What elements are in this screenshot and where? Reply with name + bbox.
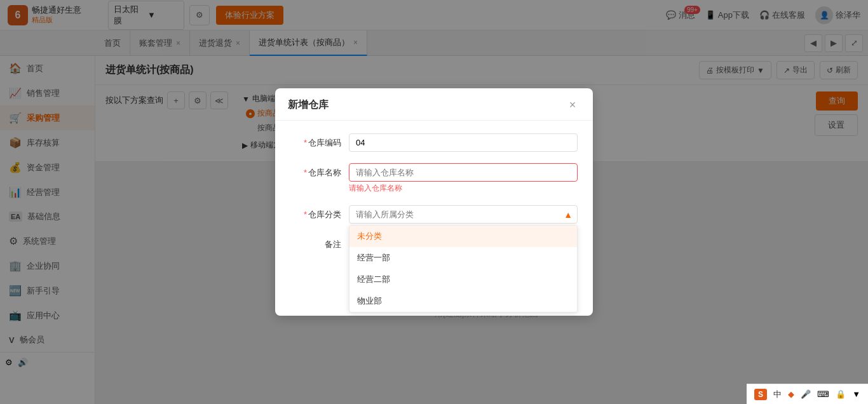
dropdown-item-label-0: 未分类 — [357, 231, 382, 241]
category-input[interactable] — [349, 205, 578, 224]
bottom-bar: S 中 ◆ 🎤 ⌨ 🔒 ▼ — [747, 384, 868, 404]
form-row-code: 仓库编码 — [290, 133, 578, 152]
name-error-msg: 请输入仓库名称 — [349, 183, 578, 194]
dot-icon: ◆ — [788, 389, 794, 399]
dropdown-item-label-2: 经营二部 — [357, 274, 390, 284]
modal-overlay[interactable]: 新增仓库 × 仓库编码 仓库名称 请输入仓库名称 — [0, 0, 868, 404]
category-input-wrap: ▲ — [349, 205, 578, 224]
name-label: 仓库名称 — [290, 163, 341, 178]
dropdown-item-0[interactable]: 未分类 — [349, 226, 577, 247]
close-icon: × — [569, 98, 576, 112]
code-control — [349, 133, 578, 152]
chevron-down-icon[interactable]: ▼ — [852, 389, 860, 399]
brand-s-icon: S — [754, 389, 767, 400]
dropdown-item-label-1: 经营一部 — [357, 253, 390, 262]
code-label: 仓库编码 — [290, 133, 341, 149]
note-label: 备注 — [290, 235, 341, 250]
dialog-title: 新增仓库 — [288, 98, 329, 112]
name-input[interactable] — [349, 163, 578, 182]
add-warehouse-dialog: 新增仓库 × 仓库编码 仓库名称 请输入仓库名称 — [275, 88, 593, 316]
dropdown-item-2[interactable]: 经营二部 — [349, 269, 577, 290]
code-input[interactable] — [349, 133, 578, 152]
name-control: 请输入仓库名称 — [349, 163, 578, 194]
lock-icon[interactable]: 🔒 — [836, 389, 846, 399]
dialog-body: 仓库编码 仓库名称 请输入仓库名称 仓库分类 ▲ — [275, 121, 593, 278]
chinese-input-icon[interactable]: 中 — [773, 389, 782, 400]
dialog-close-button[interactable]: × — [565, 97, 580, 112]
category-toggle-icon[interactable]: ▲ — [564, 210, 573, 220]
category-label: 仓库分类 — [290, 205, 341, 220]
dropdown-item-label-3: 物业部 — [357, 296, 382, 306]
dropdown-item-3[interactable]: 物业部 — [349, 290, 577, 312]
form-row-category: 仓库分类 ▲ 未分类 经营一部 — [290, 205, 578, 224]
keyboard-icon[interactable]: ⌨ — [817, 389, 829, 399]
mic-icon[interactable]: 🎤 — [801, 389, 811, 399]
category-control: ▲ 未分类 经营一部 经营二部 物业部 — [349, 205, 578, 224]
dialog-header: 新增仓库 × — [275, 88, 593, 121]
category-dropdown: 未分类 经营一部 经营二部 物业部 — [349, 225, 578, 313]
form-row-name: 仓库名称 请输入仓库名称 — [290, 163, 578, 194]
dropdown-item-1[interactable]: 经营一部 — [349, 247, 577, 269]
